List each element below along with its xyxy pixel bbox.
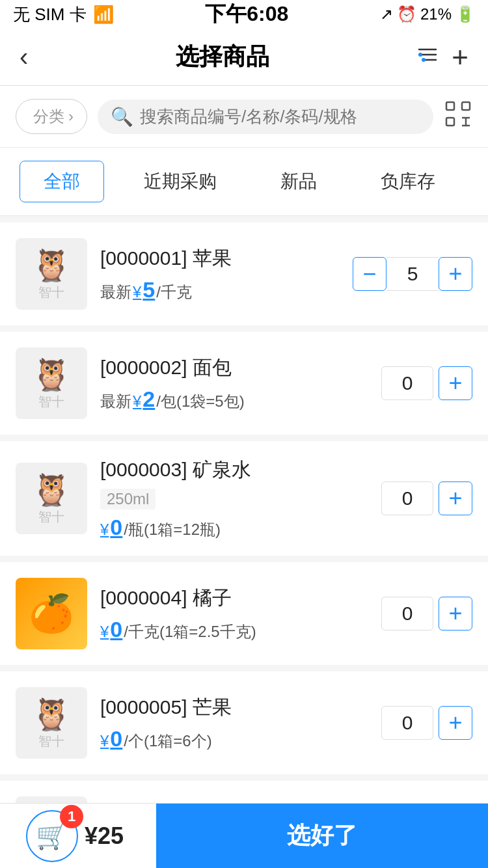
product-list: 🦉 智十 [0000001] 苹果 最新 ¥ 5 /千克 − + 🦉 智十: [0, 216, 488, 868]
product-info: [0000003] 矿泉水 250ml ¥ 0 /瓶(1箱=12瓶): [100, 457, 368, 540]
placeholder-owl-text: 智十: [38, 393, 64, 411]
svg-rect-7: [446, 118, 454, 126]
product-item: 🦉 智十 [0000002] 面包 最新 ¥ 2 /包(1袋=5包) +: [0, 332, 488, 435]
placeholder-owl-text: 智十: [38, 508, 64, 526]
quantity-control: +: [381, 597, 472, 631]
product-item: 🦉 智十 [0000003] 矿泉水 250ml ¥ 0 /瓶(1箱=12瓶) …: [0, 441, 488, 556]
category-button[interactable]: 分类 ›: [16, 99, 87, 134]
filter-icon[interactable]: [416, 44, 439, 71]
status-bar: 无 SIM 卡 📶 下午6:08 ↗ ⏰ 21% 🔋: [0, 0, 488, 29]
search-bar: 分类 › 🔍: [0, 86, 488, 148]
product-thumbnail: 🦉 智十: [16, 347, 87, 419]
quantity-minus-button[interactable]: −: [353, 257, 386, 291]
placeholder-owl-text: 智十: [38, 284, 64, 301]
product-item: 🦉 智十 [0000001] 苹果 最新 ¥ 5 /千克 − +: [0, 223, 488, 325]
svg-rect-5: [446, 102, 454, 110]
tab-negative[interactable]: 负库存: [357, 161, 459, 202]
quantity-plus-button[interactable]: +: [439, 366, 472, 400]
product-thumbnail: 🦉 智十: [16, 463, 87, 534]
page-title: 选择商品: [176, 41, 269, 73]
battery-icon: 🔋: [455, 5, 475, 23]
price-currency: ¥: [100, 521, 109, 539]
quantity-input[interactable]: [381, 706, 433, 740]
tab-new[interactable]: 新品: [256, 161, 341, 202]
price-label: 最新: [100, 282, 131, 303]
location-icon: ↗: [380, 5, 393, 23]
cart-area: 🛒 1 ¥25: [0, 810, 156, 862]
product-thumb-owl: 🦉 智十: [32, 472, 71, 526]
product-thumbnail-orange: 🍊: [16, 578, 87, 649]
tab-all[interactable]: 全部: [20, 161, 104, 202]
quantity-control: +: [381, 481, 472, 515]
product-info: [0000001] 苹果 最新 ¥ 5 /千克: [100, 245, 340, 303]
price-currency: ¥: [100, 732, 109, 750]
cart-total: ¥25: [85, 822, 124, 850]
back-button[interactable]: ‹: [20, 42, 28, 72]
product-price: ¥ 0 /千克(1箱=2.5千克): [100, 617, 368, 642]
product-name: [0000002] 面包: [100, 355, 368, 381]
quantity-plus-button[interactable]: +: [439, 597, 472, 631]
price-value: 0: [110, 515, 122, 540]
product-price: 最新 ¥ 5 /千克: [100, 277, 340, 303]
search-icon: 🔍: [111, 106, 133, 128]
tab-recent[interactable]: 近期采购: [120, 161, 241, 202]
quantity-plus-button[interactable]: +: [439, 706, 472, 740]
search-input-wrap: 🔍: [98, 100, 433, 134]
product-name: [0000004] 橘子: [100, 585, 368, 612]
price-value: 0: [110, 617, 122, 642]
price-unit: /瓶(1箱=12瓶): [124, 519, 221, 540]
alarm-icon: ⏰: [397, 5, 416, 23]
quantity-input[interactable]: [381, 366, 433, 400]
product-price: ¥ 0 /瓶(1箱=12瓶): [100, 515, 368, 540]
product-item: 🦉 智十 [0000005] 芒果 ¥ 0 /个(1箱=6个) +: [0, 671, 488, 774]
placeholder-owl-icon: 🦉: [32, 696, 71, 733]
price-value: 2: [142, 387, 155, 412]
category-chevron: ›: [68, 107, 74, 126]
status-time: 下午6:08: [205, 0, 288, 29]
bottom-bar: 🛒 1 ¥25 选好了: [0, 803, 488, 868]
price-label: 最新: [100, 391, 131, 412]
cart-icon[interactable]: 🛒 1: [26, 810, 78, 862]
quantity-control: +: [381, 366, 472, 400]
search-input[interactable]: [140, 107, 420, 127]
wifi-icon: 📶: [93, 5, 114, 25]
product-price: ¥ 0 /个(1箱=6个): [100, 726, 368, 752]
quantity-input[interactable]: [381, 597, 433, 631]
price-currency: ¥: [133, 283, 141, 301]
placeholder-owl-icon: 🦉: [32, 472, 71, 508]
tab-bar: 全部 近期采购 新品 负库存: [0, 148, 488, 216]
price-value: 0: [110, 726, 122, 752]
product-name: [0000001] 苹果: [100, 245, 340, 272]
battery-text: 21%: [420, 5, 452, 23]
scan-icon[interactable]: [444, 100, 472, 134]
svg-point-4: [422, 58, 426, 62]
product-thumb-owl: 🦉 智十: [32, 357, 71, 411]
price-unit: /千克(1箱=2.5千克): [124, 621, 256, 642]
price-currency: ¥: [100, 623, 109, 641]
nav-left: ‹: [20, 42, 28, 72]
svg-rect-6: [462, 102, 470, 110]
product-info: [0000004] 橘子 ¥ 0 /千克(1箱=2.5千克): [100, 585, 368, 642]
product-info: [0000002] 面包 最新 ¥ 2 /包(1袋=5包): [100, 355, 368, 412]
confirm-button[interactable]: 选好了: [156, 804, 488, 868]
product-item: 🍊 [0000004] 橘子 ¥ 0 /千克(1箱=2.5千克) +: [0, 562, 488, 665]
placeholder-owl-text: 智十: [38, 733, 64, 750]
nav-bar: ‹ 选择商品 +: [0, 29, 488, 86]
category-label: 分类: [33, 106, 64, 127]
product-name: [0000003] 矿泉水: [100, 457, 368, 483]
price-unit: /个(1箱=6个): [124, 731, 211, 752]
product-thumbnail: 🦉 智十: [16, 238, 87, 310]
no-sim-text: 无 SIM 卡: [13, 3, 87, 26]
nav-right: +: [416, 41, 468, 74]
price-currency: ¥: [133, 392, 141, 411]
price-unit: /千克: [156, 282, 192, 303]
product-info: [0000005] 芒果 ¥ 0 /个(1箱=6个): [100, 694, 368, 752]
status-right: ↗ ⏰ 21% 🔋: [380, 5, 475, 23]
quantity-input[interactable]: [381, 481, 433, 515]
placeholder-owl-icon: 🦉: [32, 357, 71, 393]
add-icon[interactable]: +: [452, 41, 468, 74]
quantity-plus-button[interactable]: +: [439, 481, 472, 515]
quantity-input[interactable]: [386, 257, 439, 291]
quantity-control: +: [381, 706, 472, 740]
quantity-plus-button[interactable]: +: [439, 257, 472, 291]
